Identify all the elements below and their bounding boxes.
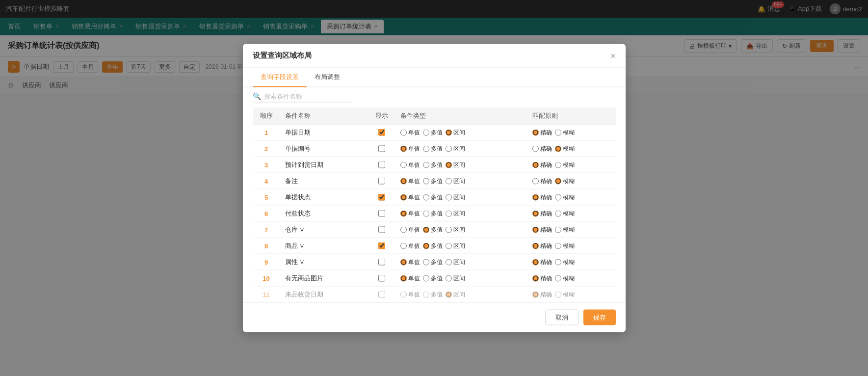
dialog-close-button[interactable]: × [610,51,616,60]
search-input[interactable] [264,92,342,94]
tab-layout-adjust[interactable]: 布局调整 [307,68,348,87]
dialog-search-area: 🔍 [243,87,626,95]
search-icon: 🔍 [253,92,261,95]
tab-field-label: 查询字段设置 [261,73,299,81]
search-wrapper: 🔍 [253,92,351,95]
settings-dialog: 设置查询区域布局 × 查询字段设置 布局调整 🔍 顺序 条件名称 显示 条件类型… [243,44,626,95]
dialog-tabs: 查询字段设置 布局调整 [243,68,626,87]
dialog-title: 设置查询区域布局 [253,51,312,60]
dialog-header: 设置查询区域布局 × [243,44,626,68]
tab-field-settings[interactable]: 查询字段设置 [253,68,307,87]
tab-layout-label: 布局调整 [315,73,340,81]
